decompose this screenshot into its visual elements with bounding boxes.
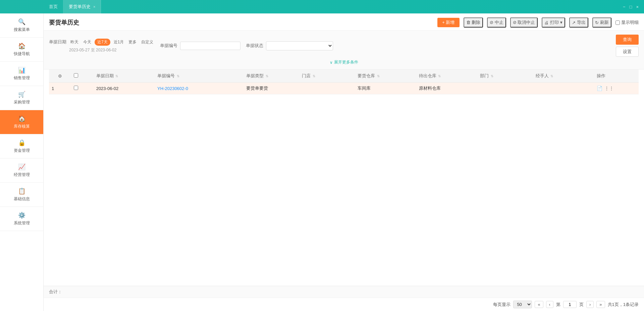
data-table: ⚙ 单据日期 ⇅ 单据编号 ⇅ 单据类型 xyxy=(49,70,639,94)
table-row: 1 2023-06-02 YH-20230602-0 要货单要货 车间库 原材料… xyxy=(49,83,639,94)
th-date[interactable]: 单据日期 ⇅ xyxy=(94,70,155,83)
row-checkbox[interactable] xyxy=(74,86,78,90)
table-body: 1 2023-06-02 YH-20230602-0 要货单要货 车间库 原材料… xyxy=(49,83,639,94)
top-bar: 首页 要货单历史 × − □ × xyxy=(0,0,644,13)
show-detail-checkbox[interactable] xyxy=(615,20,620,25)
per-page-select[interactable]: 10 20 50 100 xyxy=(513,301,532,308)
th-to-wh[interactable]: 待出仓库 ⇅ xyxy=(416,70,477,83)
th-store[interactable]: 门店 ⇅ xyxy=(299,70,355,83)
sidebar-item-label: 系统管理 xyxy=(14,220,30,226)
table-container: ⚙ 单据日期 ⇅ 单据编号 ⇅ 单据类型 xyxy=(44,70,644,286)
sidebar-item-finance[interactable]: 🔒 资金管理 xyxy=(0,134,43,159)
bill-no-input[interactable] xyxy=(180,42,240,50)
row-store xyxy=(299,83,355,94)
th-settings[interactable]: ⚙ xyxy=(49,70,71,83)
last-page-btn[interactable]: » xyxy=(596,301,605,308)
date-range-text: 2023-05-27 至 2023-06-02 xyxy=(49,47,155,53)
sidebar-item-sales[interactable]: 📊 销售管理 xyxy=(0,62,43,86)
export-btn[interactable]: ↗ 导出 xyxy=(569,17,588,28)
minimize-btn[interactable]: − xyxy=(623,4,626,9)
date-label: 单据日期 xyxy=(49,39,66,45)
sidebar-item-search-menu[interactable]: 🔍 搜索菜单 xyxy=(0,13,43,38)
setting-btn[interactable]: 设置 xyxy=(616,47,639,57)
expand-more-btn[interactable]: ∨ 展开更多条件 xyxy=(49,59,639,65)
row-code: YH-20230602-0 xyxy=(155,83,244,94)
quick-nav-icon: 🏠 xyxy=(18,42,25,50)
page-title: 要货单历史 xyxy=(49,18,79,27)
new-btn[interactable]: + 新增 xyxy=(437,18,459,27)
row-type: 要货单要货 xyxy=(244,83,299,94)
page-header: 要货单历史 + 新增 🗑 删除 ⊘ 中止 ⊘ 取消中止 🖨 🖨 打印 打印 ▾ … xyxy=(44,13,644,31)
date-btn-today[interactable]: 今天 xyxy=(82,39,93,46)
th-dept[interactable]: 部门 ⇅ xyxy=(477,70,533,83)
page-input[interactable] xyxy=(563,301,577,308)
inventory-icon: 🏠 xyxy=(18,115,25,122)
th-from-wh[interactable]: 要货仓库 ⇅ xyxy=(355,70,416,83)
summary-label: 合计： xyxy=(49,289,62,294)
status-filter: 单据状态 xyxy=(246,41,610,50)
date-filter-group: 单据日期 昨天 今天 近7天 近1月 更多 自定义 2023-05-27 至 2… xyxy=(49,39,155,53)
filter-actions: 查询 设置 xyxy=(616,35,639,57)
bill-no-filter: 单据编号 xyxy=(160,42,240,50)
purchase-icon: 🛒 xyxy=(18,91,25,98)
prev-page-btn[interactable]: ‹ xyxy=(546,301,553,308)
status-select[interactable] xyxy=(266,41,333,50)
row-check[interactable] xyxy=(71,83,93,94)
date-btn-1month[interactable]: 近1月 xyxy=(112,39,125,46)
refresh-icon: ↻ xyxy=(595,20,599,25)
sidebar-item-label: 库存核算 xyxy=(14,124,30,129)
sidebar-item-basic-info[interactable]: 📋 基础信息 xyxy=(0,183,43,207)
toolbar: + 新增 🗑 删除 ⊘ 中止 ⊘ 取消中止 🖨 🖨 打印 打印 ▾ ↗ 导出 ↻… xyxy=(437,17,639,28)
sort-store-icon: ⇅ xyxy=(313,74,315,78)
sidebar-item-operations[interactable]: 📈 经营管理 xyxy=(0,159,43,183)
sidebar-item-label: 快捷导航 xyxy=(14,51,30,57)
stop-btn[interactable]: ⊘ 中止 xyxy=(487,17,506,28)
th-handler[interactable]: 经手人 ⇅ xyxy=(533,70,594,83)
row-handler xyxy=(533,83,594,94)
sort-code-icon: ⇅ xyxy=(177,74,179,78)
show-detail-toggle[interactable]: 显示明细 xyxy=(615,19,639,26)
window-close-btn[interactable]: × xyxy=(636,4,639,9)
print-icon: 🖨 xyxy=(544,20,549,25)
sort-handler-icon: ⇅ xyxy=(550,74,553,78)
row-code-link[interactable]: YH-20230602-0 xyxy=(157,86,188,91)
window-controls: − □ × xyxy=(623,4,639,9)
refresh-btn[interactable]: ↻ 刷新 xyxy=(592,17,611,28)
sidebar-item-inventory[interactable]: 🏠 库存核算 xyxy=(0,110,43,134)
active-tab[interactable]: 要货单历史 × xyxy=(63,0,101,13)
page-label: 第 xyxy=(556,302,560,308)
row-date: 2023-06-02 xyxy=(94,83,155,94)
sidebar-item-quick-nav[interactable]: 🏠 快捷导航 xyxy=(0,38,43,62)
query-btn[interactable]: 查询 xyxy=(616,35,639,45)
date-btn-custom[interactable]: 自定义 xyxy=(140,39,155,46)
first-page-btn[interactable]: « xyxy=(535,301,543,308)
th-op: 操作 xyxy=(594,70,639,83)
next-page-btn[interactable]: › xyxy=(586,301,594,308)
op-icons: 📄 ⋮⋮ xyxy=(597,86,636,91)
pagination: 每页显示 10 20 50 100 « ‹ 第 页 › » 共1页，1条记录 xyxy=(44,298,644,311)
finance-icon: 🔒 xyxy=(18,139,25,146)
row-op: 📄 ⋮⋮ xyxy=(594,83,639,94)
sidebar-item-system[interactable]: ⚙️ 系统管理 xyxy=(0,207,43,231)
home-tab[interactable]: 首页 xyxy=(44,0,63,13)
edit-icon[interactable]: 📄 xyxy=(597,86,602,91)
sidebar-item-label: 销售管理 xyxy=(14,75,30,81)
select-all-checkbox[interactable] xyxy=(74,73,78,78)
th-type[interactable]: 单据类型 ⇅ xyxy=(244,70,299,83)
date-btn-more[interactable]: 更多 xyxy=(127,39,138,46)
print-btn[interactable]: 🖨 🖨 打印 打印 ▾ xyxy=(542,17,565,28)
more-icon[interactable]: ⋮⋮ xyxy=(604,86,614,91)
delete-btn[interactable]: 🗑 删除 xyxy=(464,17,483,28)
sidebar-item-label: 经营管理 xyxy=(14,172,30,178)
sidebar-item-purchase[interactable]: 🛒 采购管理 xyxy=(0,86,43,110)
close-tab-btn[interactable]: × xyxy=(93,5,95,9)
maximize-btn[interactable]: □ xyxy=(630,4,632,9)
per-page-label: 每页显示 xyxy=(493,302,511,308)
sales-icon: 📊 xyxy=(18,66,25,74)
layout: 🔍 搜索菜单 🏠 快捷导航 📊 销售管理 🛒 采购管理 🏠 库存核算 🔒 资金管… xyxy=(0,13,644,311)
th-code[interactable]: 单据编号 ⇅ xyxy=(155,70,244,83)
cancel-stop-btn[interactable]: ⊘ 取消中止 xyxy=(510,17,538,28)
date-btn-yesterday[interactable]: 昨天 xyxy=(69,39,80,46)
date-btn-7days[interactable]: 近7天 xyxy=(95,39,110,46)
row-to-wh: 原材料仓库 xyxy=(416,83,477,94)
